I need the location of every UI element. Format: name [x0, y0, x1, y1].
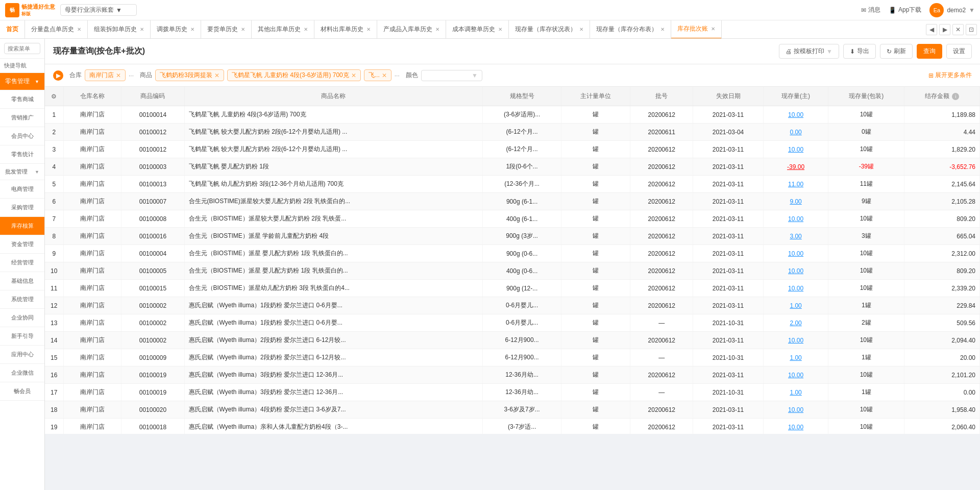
- cell-batch: 20200612: [630, 280, 693, 297]
- tab-yao-close[interactable]: ✕: [241, 27, 245, 32]
- tab-more-btn[interactable]: ⊡: [966, 24, 977, 35]
- tab-home[interactable]: 首页: [0, 20, 25, 39]
- sidebar-item-system[interactable]: 系统管理: [0, 290, 44, 309]
- cell-unit: 罐: [561, 419, 630, 434]
- tab-prev-btn[interactable]: ◀: [926, 24, 937, 35]
- tab-xian-cun-fen[interactable]: 现存量（库存分布表） ✕: [590, 20, 671, 39]
- cell-qty-main[interactable]: 9.00: [763, 193, 828, 210]
- sidebar-item-ecommerce[interactable]: 电商管理: [0, 180, 44, 199]
- print-template-btn[interactable]: 🖨 按模板打印 ▼: [779, 44, 839, 59]
- sidebar-item-retail-shop[interactable]: 零售商城: [0, 90, 44, 109]
- sidebar-item-basics[interactable]: 基础信息: [0, 272, 44, 290]
- cell-qty-main[interactable]: 2.00: [763, 314, 828, 332]
- sidebar-item-finance[interactable]: 资金管理: [0, 235, 44, 254]
- tab-tiao-close[interactable]: ✕: [190, 27, 194, 32]
- cell-qty-main[interactable]: 10.00: [763, 106, 828, 124]
- tab-next-btn[interactable]: ▶: [939, 24, 950, 35]
- sidebar-item-retail-mgmt[interactable]: 零售管理 ▼: [0, 73, 44, 90]
- cell-qty-main[interactable]: 1.00: [763, 297, 828, 314]
- user-area[interactable]: Ea demo2 ▼: [929, 3, 975, 17]
- tab-zu-close[interactable]: ✕: [140, 27, 144, 32]
- tab-xian-cun-ku[interactable]: 现存量（库存状况表） ✕: [509, 20, 590, 39]
- tab-other-chu[interactable]: 其他出库单历史 ✕: [252, 20, 314, 39]
- cell-expire: 2021-03-04: [693, 124, 763, 141]
- filter-row: ▶ 合库 南岸门店 ✕ ··· 商品 飞鹤奶粉3段两提装 ✕: [53, 69, 972, 81]
- refresh-btn[interactable]: ↻ 刷新: [880, 44, 913, 59]
- cell-qty-main[interactable]: 3.00: [763, 228, 828, 245]
- cell-qty-main[interactable]: 10.00: [763, 280, 828, 297]
- cell-qty-main[interactable]: 1.00: [763, 349, 828, 366]
- tab-xian-ku-close[interactable]: ✕: [579, 27, 583, 32]
- tab-pi-ci-close[interactable]: ✕: [711, 26, 715, 32]
- tab-fen-pan-close[interactable]: ✕: [77, 27, 81, 32]
- goods-tag-2[interactable]: 飞鹤星飞帆 儿童奶粉 4段(3-6岁适用) 700克 ✕: [227, 69, 361, 81]
- app-icon: 📱: [889, 7, 896, 14]
- sidebar-item-corp-wechat[interactable]: 企业微信: [0, 364, 44, 382]
- cell-warehouse: 南岸门店: [63, 124, 121, 141]
- sidebar-item-purchase[interactable]: 采购管理: [0, 199, 44, 217]
- query-btn[interactable]: 查询: [917, 44, 942, 59]
- sidebar-item-marketing[interactable]: 营销推广: [0, 109, 44, 127]
- tab-pi-ci[interactable]: 库存批次账 ✕: [671, 20, 722, 39]
- cell-qty-main[interactable]: 10.00: [763, 366, 828, 384]
- cell-qty-main[interactable]: 10.00: [763, 419, 828, 434]
- tab-tiao-bo[interactable]: 调拨单历史 ✕: [151, 20, 201, 39]
- tab-zu-zhuai[interactable]: 组装拆卸单历史 ✕: [88, 20, 151, 39]
- tab-close-all-btn[interactable]: ✕: [952, 24, 964, 35]
- cell-qty-main[interactable]: 11.00: [763, 176, 828, 193]
- cell-qty-main[interactable]: 0.00: [763, 124, 828, 141]
- sidebar-item-cooperation[interactable]: 企业协同: [0, 309, 44, 327]
- sidebar-item-guide[interactable]: 新手引导: [0, 327, 44, 346]
- warehouse-tag-close[interactable]: ✕: [116, 72, 121, 79]
- warehouse-more[interactable]: ···: [129, 72, 134, 79]
- cell-code: 00100019: [121, 366, 184, 384]
- sidebar-item-retail-stats[interactable]: 零售统计: [0, 145, 44, 164]
- sidebar-item-member-card[interactable]: 畅会员: [0, 382, 44, 401]
- cell-qty-main[interactable]: 10.00: [763, 141, 828, 158]
- industry-selector[interactable]: 母婴行业演示账套 ▼: [60, 4, 137, 16]
- expand-filter-btn[interactable]: ⊞ 展开更多条件: [928, 71, 972, 80]
- table-scroll[interactable]: ⚙ 仓库名称 商品编码 商品名称 规格型号 主计量单位 批号 失效日期 现存量(…: [45, 87, 980, 434]
- top-right: ✉ 消息 📱 App下载 Ea demo2 ▼: [861, 3, 975, 17]
- tab-yao-huo[interactable]: 要货单历史 ✕: [201, 20, 252, 39]
- sidebar-item-app-center[interactable]: 应用中心: [0, 346, 44, 364]
- tab-other-close[interactable]: ✕: [304, 27, 308, 32]
- goods-tag-1-close[interactable]: ✕: [214, 72, 219, 79]
- goods-tag-1[interactable]: 飞鹤奶粉3段两提装 ✕: [155, 69, 224, 81]
- tab-cai-liao[interactable]: 材料出库单历史 ✕: [314, 20, 377, 39]
- goods-tag-3[interactable]: 飞... ✕: [364, 69, 391, 81]
- sidebar-item-operations[interactable]: 经营管理: [0, 254, 44, 272]
- sidebar-item-member[interactable]: 会员中心: [0, 127, 44, 145]
- settings-btn[interactable]: 设置: [946, 44, 972, 59]
- app-download-btn[interactable]: 📱 App下载: [889, 6, 921, 14]
- cell-qty-main[interactable]: -39.00: [763, 158, 828, 176]
- tab-chan-pin[interactable]: 产成品入库单历史 ✕: [377, 20, 446, 39]
- sidebar-item-inventory[interactable]: 库存核算: [0, 217, 44, 235]
- tab-cheng-ben[interactable]: 成本调整单历史 ✕: [446, 20, 509, 39]
- tab-xian-fen-close[interactable]: ✕: [660, 27, 665, 32]
- warehouse-tag-nanang[interactable]: 南岸门店 ✕: [85, 69, 126, 81]
- balance-info-icon[interactable]: i: [952, 93, 959, 100]
- tab-chan-close[interactable]: ✕: [435, 27, 439, 32]
- cell-qty-main[interactable]: 1.00: [763, 384, 828, 401]
- sidebar-quick-nav[interactable]: 快捷导航: [0, 59, 44, 73]
- goods-more[interactable]: ···: [395, 72, 400, 79]
- col-settings[interactable]: ⚙: [45, 87, 63, 106]
- cell-qty-main[interactable]: 10.00: [763, 401, 828, 419]
- cell-qty-main[interactable]: 10.00: [763, 332, 828, 349]
- message-btn[interactable]: ✉ 消息: [861, 6, 880, 14]
- color-input[interactable]: ▼: [421, 70, 482, 81]
- export-btn[interactable]: ⬇ 导出: [843, 44, 876, 59]
- goods-tag-2-close[interactable]: ✕: [351, 72, 356, 79]
- cell-qty-main[interactable]: 10.00: [763, 262, 828, 280]
- goods-tag-3-close[interactable]: ✕: [382, 72, 387, 79]
- tab-cheng-close[interactable]: ✕: [498, 27, 502, 32]
- tab-cai-close[interactable]: ✕: [366, 27, 371, 32]
- filter-toggle-btn[interactable]: ▶: [53, 70, 63, 81]
- cell-qty-main[interactable]: 10.00: [763, 210, 828, 228]
- cell-qty-main[interactable]: 10.00: [763, 245, 828, 262]
- avatar: Ea: [929, 3, 944, 17]
- tab-fen-pan[interactable]: 分量盘点单历史 ✕: [25, 20, 88, 39]
- sidebar-item-wholesale[interactable]: 批发管理 ▼: [0, 164, 44, 180]
- search-menu-input[interactable]: [4, 43, 40, 54]
